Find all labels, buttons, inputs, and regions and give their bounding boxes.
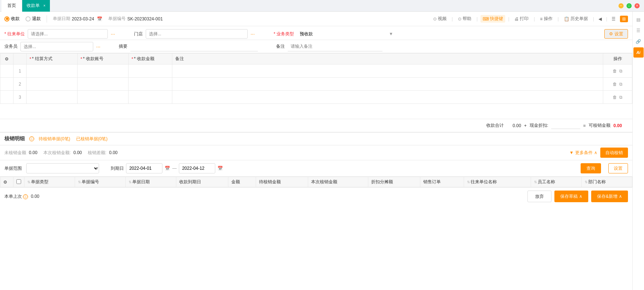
row1-remark[interactable] [172,64,603,78]
done-tab[interactable]: 已核销单据(0笔) [76,136,108,142]
doc-date-label: 单据日期 [53,16,70,22]
discard-btn[interactable]: 放弃 [527,191,551,202]
tab-close-icon[interactable]: × [43,4,46,8]
store-row: 门店 ··· [134,29,255,39]
sidebar-icon-link[interactable]: 🔗 [633,36,644,47]
staff-input[interactable] [20,42,93,51]
video-btn[interactable]: ⊙ 视频 [431,15,449,23]
counterpart-more-btn[interactable]: ··· [111,31,115,37]
date-separator: — [172,166,177,171]
auto-verify-btn[interactable]: 自动核销 [600,148,628,158]
cal-from-icon[interactable]: 📅 [165,166,170,171]
refund-radio[interactable]: 退款 [25,16,41,22]
help-btn[interactable]: ⊙ 帮助 [456,15,474,23]
row1-method[interactable] [27,64,78,78]
window-max-button[interactable]: □ [627,3,632,8]
save-draft-dropdown-icon[interactable]: ∧ [579,194,582,199]
query-btn[interactable]: 查询 [581,163,601,173]
store-input[interactable] [146,29,248,39]
row2-delete-icon[interactable]: 🗑 [613,82,617,87]
receipt-radio[interactable]: 收款 [4,16,20,22]
row1-account[interactable] [78,64,129,78]
print-btn[interactable]: 🖨 打印 [512,15,531,23]
calendar-icon[interactable]: 📅 [97,16,102,21]
save-new-dropdown-icon[interactable]: ∧ [619,194,622,199]
diff-value: 0.00 [109,150,117,155]
grid-view-btn[interactable]: ⊞ [620,16,628,22]
doc-no-value: SK-20230324-001 [127,16,162,21]
row3-delete-icon[interactable]: 🗑 [613,95,617,100]
table-row: 1 🗑 ⧉ [0,64,632,78]
settings-icon: ⚙ [609,31,613,36]
counterpart-row: * 往来单位 ··· [4,29,115,39]
result-label: 可核销金额 [589,122,610,129]
btcol-settings-icon: ⚙ [3,180,7,185]
verify-info-icon[interactable]: ⓘ [29,136,34,141]
btcol-settings[interactable]: ⚙ [0,177,13,187]
pending-tab[interactable]: 待核销单据(0笔) [39,136,70,142]
sidebar-icon-list[interactable]: ☰ [633,26,644,36]
diff-stat: 核销差额: 0.00 [88,150,118,156]
btcol-staff: ⇅员工名称 [531,177,581,187]
business-type-label: * 业务类型 [274,31,294,37]
save-new-btn[interactable]: 保存&新增 ∧ [591,191,628,202]
row3-copy-icon[interactable]: ⧉ [619,95,623,100]
unchecked-stat: 未核销金额 0.00 [4,150,38,156]
col-remark-header: 备注 [172,54,603,64]
store-more-btn[interactable]: ··· [251,31,255,37]
operations-btn[interactable]: ≡ 操作 [538,15,555,23]
cal-to-icon[interactable]: 📅 [217,166,223,171]
summary-input[interactable] [130,42,258,51]
history-icon: 📋 [564,16,569,21]
tab-home[interactable]: 首页 [1,0,22,12]
save-draft-btn[interactable]: 保存草稿 ∧ [554,191,588,202]
receipt-radio-circle [4,16,9,21]
col-method-header: ** 结算方式 [27,54,78,64]
business-type-value: 预收款 [300,31,313,37]
row1-settings [0,64,13,78]
tab-bar: 首页 收款单 × − □ × [0,0,644,12]
col-settings-header[interactable]: ⚙ [0,54,13,64]
row1-copy-icon[interactable]: ⧉ [619,68,623,74]
current-value: 0.00 [73,150,82,155]
sidebar-icon-ai[interactable]: Ai [633,47,644,58]
select-all-checkbox[interactable] [16,179,21,184]
toolbar: 收款 退款 单据日期 2023-03-24 📅 单据编号 SK-20230324… [0,12,632,26]
unchecked-label: 未核销金额 [4,150,26,155]
business-type-dropdown[interactable]: ▼ [389,31,393,36]
row1-delete-icon[interactable]: 🗑 [613,68,617,74]
btcol-checkbox[interactable] [13,177,24,187]
settings-verify-btn[interactable]: 设置 [608,163,628,173]
btcol-dept: ⇅部门名称 [581,177,632,187]
footer-info-icon[interactable]: ⓘ [23,194,28,199]
tab-receipt[interactable]: 收款单 × [22,0,50,12]
btcol-no: ⇅单据编号 [75,177,126,187]
range-select[interactable] [26,163,99,173]
date-from-input[interactable] [126,163,162,173]
counterpart-input[interactable] [28,29,108,39]
business-type-row: * 业务类型 预收款 ▼ [274,31,393,37]
discount-input[interactable] [551,122,580,129]
btcol-order: 销售订单 [420,177,464,187]
history-btn[interactable]: 📋 历史单据 [562,15,590,23]
row1-amount[interactable] [129,64,172,78]
window-min-button[interactable]: − [619,3,624,8]
prev-btn[interactable]: ◀ [597,16,603,22]
refund-radio-circle [25,16,31,21]
sidebar-icon-table[interactable]: ▤ [633,15,644,25]
staff-row: 业务员 ··· [4,42,101,51]
date-to-input[interactable] [179,163,215,173]
more-conditions-btn[interactable]: ▼ 更多条件 ∧ [569,150,597,156]
list-view-btn[interactable]: ☰ [610,16,617,22]
verify-stats: 未核销金额 0.00 本次核销金额: 0.00 核销差额: 0.00 ▼ 更多条… [0,145,632,160]
shortcut-btn[interactable]: ⌨ 快捷键 [480,15,505,23]
settings-button[interactable]: ⚙ 设置 [604,29,628,39]
btcol-date: ⇅单据日期 [126,177,176,187]
window-close-button[interactable]: × [635,3,640,8]
table-row: 2 🗑 ⧉ [0,78,632,91]
remark-input[interactable] [288,42,382,51]
row2-copy-icon[interactable]: ⧉ [619,82,623,87]
footer-info-label: 本单上次 ⓘ 0.00 [4,193,39,200]
equals-sign: = [583,123,586,128]
staff-more-btn[interactable]: ··· [96,44,101,50]
